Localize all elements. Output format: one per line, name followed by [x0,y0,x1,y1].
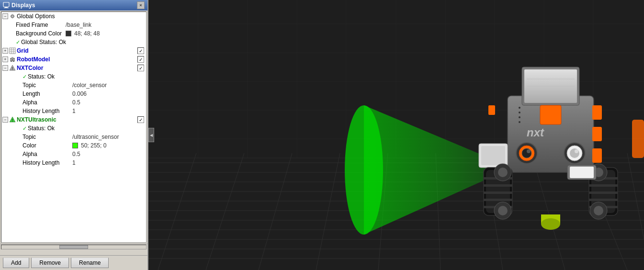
grid-row[interactable]: + Grid [1,46,146,55]
nxt-ultrasonic-history-value: 1 [72,159,76,166]
svg-text:nxt: nxt [527,126,544,139]
displays-icon [3,2,10,9]
global-options-expand[interactable]: − [2,13,8,19]
background-color-swatch[interactable] [66,31,71,36]
svg-point-75 [519,116,520,118]
svg-point-113 [594,206,603,215]
rviz-scene[interactable]: nxt [148,0,644,270]
svg-rect-2 [4,8,9,8]
panel-close-button[interactable]: × [137,1,145,9]
nxt-ultrasonic-label: NXTUltrasonic [17,116,56,123]
svg-rect-12 [11,57,13,58]
svg-point-65 [345,105,383,235]
svg-rect-89 [592,127,602,141]
nxt-color-topic-spacer [16,82,22,88]
nxt-ultrasonic-alpha-spacer [16,151,22,157]
global-status-spacer [9,39,15,45]
horizontal-scrollbar[interactable] [0,244,147,249]
svg-rect-90 [592,148,602,163]
rename-button[interactable]: Rename [71,258,109,268]
nxt-ultrasonic-history-row[interactable]: History Length 1 [1,158,146,167]
3d-viewport[interactable]: ◀ [148,0,644,270]
svg-rect-6 [10,48,15,54]
grid-visibility-checkbox[interactable] [137,47,144,54]
nxt-ultrasonic-topic-value: /ultrasonic_sensor [72,134,119,140]
nxt-ultrasonic-row[interactable]: − NXTUltrasonic [1,115,146,124]
svg-point-13 [11,59,11,60]
panel-collapse-handle[interactable]: ◀ [148,128,154,142]
nxt-color-status-check-icon: ✓ [23,74,27,80]
nxt-color-status-row: ✓ Status: Ok [1,72,146,81]
nxt-color-label: NXTColor [17,65,43,71]
svg-rect-91 [488,105,495,115]
nxt-color-history-spacer [16,108,22,114]
fixed-frame-value: /base_link [66,22,91,28]
nxt-ultrasonic-status-spacer [16,125,22,131]
global-options-label: Global Options [17,13,65,20]
displays-panel: Displays × − Global Options Fixed Frame … [0,0,148,270]
nxt-color-length-label: Length [23,90,70,97]
h-scrollbar-thumb[interactable] [59,245,88,249]
nxt-color-history-label: History Length [23,108,70,114]
svg-point-84 [570,148,579,158]
svg-point-111 [498,206,508,215]
global-options-icon [9,13,16,20]
panel-title: Displays [11,2,35,9]
robot-model-expand[interactable]: + [2,56,8,62]
nxt-color-alpha-spacer [16,100,22,105]
nxt-ultrasonic-color-spacer [16,143,22,148]
nxt-color-topic-row[interactable]: Topic /color_sensor [1,81,146,90]
grid-label: Grid [17,47,29,54]
display-tree[interactable]: − Global Options Fixed Frame /base_link … [1,11,147,243]
nxt-color-topic-label: Topic [23,82,70,89]
svg-point-85 [575,149,578,153]
nxt-color-history-value: 1 [72,108,76,114]
grid-expand[interactable]: + [2,48,8,54]
svg-point-14 [13,59,14,60]
svg-point-5 [11,15,13,17]
svg-rect-87 [481,146,505,165]
svg-rect-95 [484,184,512,187]
nxt-ultrasonic-expand[interactable]: − [2,117,8,123]
nxt-color-history-row[interactable]: History Length 1 [1,107,146,115]
svg-rect-0 [3,2,9,7]
add-button[interactable]: Add [3,258,29,268]
nxt-color-visibility-checkbox[interactable] [137,65,144,71]
nxt-ultrasonic-color-swatch[interactable] [72,143,78,148]
nxt-color-row[interactable]: − NXTColor [1,64,146,72]
nxt-ultrasonic-color-value: 50; 255; 0 [81,142,106,149]
nxt-ultrasonic-status-check-icon: ✓ [23,125,27,132]
global-status-label: Global Status: Ok [21,39,69,45]
fixed-frame-row[interactable]: Fixed Frame /base_link [1,21,146,29]
robot-model-row[interactable]: + RobotModel [1,55,146,64]
panel-titlebar-left: Displays [3,2,35,9]
nxt-ultrasonic-icon [9,116,16,123]
svg-rect-102 [589,184,618,187]
svg-rect-96 [484,191,512,194]
nxt-color-status-spacer [16,74,22,79]
nxt-ultrasonic-status-row: ✓ Status: Ok [1,124,146,133]
nxt-color-icon [9,65,16,71]
nxt-ultrasonic-topic-spacer [16,134,22,140]
global-options-row[interactable]: − Global Options [1,12,146,21]
robot-model-visibility-checkbox[interactable] [137,56,144,63]
robot-model-icon [9,56,16,63]
fixed-frame-label: Fixed Frame [16,22,64,28]
nxt-ultrasonic-history-label: History Length [23,159,70,166]
svg-point-107 [498,168,508,177]
global-status-row: ✓ Global Status: Ok [1,38,146,46]
background-color-label: Background Color [16,30,64,37]
nxt-color-alpha-row[interactable]: Alpha 0.5 [1,98,146,107]
nxt-ultrasonic-alpha-row[interactable]: Alpha 0.5 [1,150,146,158]
background-color-value: 48; 48; 48 [74,30,100,37]
nxt-ultrasonic-status-label: Status: Ok [28,125,76,132]
nxt-ultrasonic-color-row[interactable]: Color 50; 255; 0 [1,141,146,150]
nxt-color-expand[interactable]: − [2,65,8,71]
nxt-color-length-row[interactable]: Length 0.006 [1,90,146,98]
nxt-ultrasonic-visibility-checkbox[interactable] [137,116,144,123]
svg-rect-97 [484,199,512,201]
remove-button[interactable]: Remove [31,258,69,268]
h-scrollbar-track[interactable] [1,245,147,249]
background-color-row[interactable]: Background Color 48; 48; 48 [1,29,146,38]
nxt-ultrasonic-topic-row[interactable]: Topic /ultrasonic_sensor [1,133,146,141]
